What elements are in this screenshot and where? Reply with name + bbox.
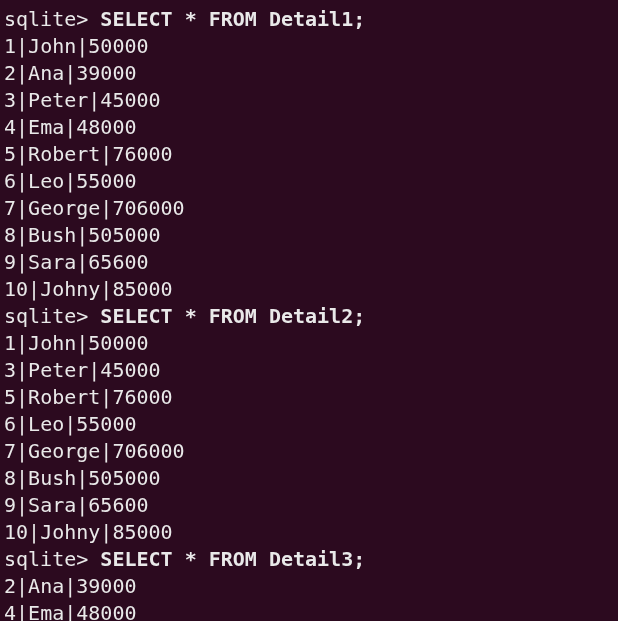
row-value: 65600 xyxy=(88,250,148,274)
row-id: 7 xyxy=(4,196,16,220)
row-name: Bush xyxy=(28,466,76,490)
row-id: 1 xyxy=(4,34,16,58)
column-separator: | xyxy=(16,115,28,139)
column-separator: | xyxy=(100,196,112,220)
row-id: 3 xyxy=(4,358,16,382)
result-row: 5|Robert|76000 xyxy=(4,141,610,168)
column-separator: | xyxy=(76,331,88,355)
result-row: 1|John|50000 xyxy=(4,330,610,357)
column-separator: | xyxy=(100,277,112,301)
row-name: Bush xyxy=(28,223,76,247)
row-value: 39000 xyxy=(76,61,136,85)
column-separator: | xyxy=(64,601,76,621)
sqlite-prompt: sqlite> xyxy=(4,304,88,328)
result-row: 4|Ema|48000 xyxy=(4,600,610,621)
row-value: 45000 xyxy=(100,358,160,382)
column-separator: | xyxy=(64,115,76,139)
row-id: 6 xyxy=(4,169,16,193)
result-row: 8|Bush|505000 xyxy=(4,222,610,249)
sqlite-prompt: sqlite> xyxy=(4,7,88,31)
row-name: Ema xyxy=(28,601,64,621)
row-name: Leo xyxy=(28,169,64,193)
row-name: Peter xyxy=(28,88,88,112)
row-value: 50000 xyxy=(88,34,148,58)
row-value: 85000 xyxy=(112,520,172,544)
row-value: 55000 xyxy=(76,169,136,193)
column-separator: | xyxy=(100,142,112,166)
sql-command: SELECT * FROM Detail2; xyxy=(100,304,365,328)
row-name: Johny xyxy=(40,277,100,301)
row-id: 4 xyxy=(4,601,16,621)
row-id: 2 xyxy=(4,61,16,85)
column-separator: | xyxy=(16,88,28,112)
result-row: 5|Robert|76000 xyxy=(4,384,610,411)
column-separator: | xyxy=(76,223,88,247)
column-separator: | xyxy=(16,412,28,436)
row-name: Sara xyxy=(28,250,76,274)
row-id: 8 xyxy=(4,466,16,490)
row-name: Ana xyxy=(28,61,64,85)
column-separator: | xyxy=(88,358,100,382)
column-separator: | xyxy=(16,61,28,85)
row-id: 7 xyxy=(4,439,16,463)
column-separator: | xyxy=(16,34,28,58)
row-value: 45000 xyxy=(100,88,160,112)
row-name: George xyxy=(28,196,100,220)
column-separator: | xyxy=(100,520,112,544)
row-id: 10 xyxy=(4,277,28,301)
row-id: 6 xyxy=(4,412,16,436)
row-value: 706000 xyxy=(112,439,184,463)
row-id: 10 xyxy=(4,520,28,544)
row-value: 76000 xyxy=(112,385,172,409)
row-value: 505000 xyxy=(88,466,160,490)
row-value: 48000 xyxy=(76,115,136,139)
row-id: 9 xyxy=(4,250,16,274)
row-value: 706000 xyxy=(112,196,184,220)
row-name: Robert xyxy=(28,385,100,409)
column-separator: | xyxy=(16,169,28,193)
row-value: 39000 xyxy=(76,574,136,598)
prompt-line: sqlite> SELECT * FROM Detail1; xyxy=(4,6,610,33)
column-separator: | xyxy=(28,277,40,301)
result-row: 2|Ana|39000 xyxy=(4,573,610,600)
column-separator: | xyxy=(76,34,88,58)
sql-command: SELECT * FROM Detail3; xyxy=(100,547,365,571)
result-row: 6|Leo|55000 xyxy=(4,411,610,438)
row-name: Leo xyxy=(28,412,64,436)
prompt-line: sqlite> SELECT * FROM Detail3; xyxy=(4,546,610,573)
row-name: Sara xyxy=(28,493,76,517)
sqlite-prompt: sqlite> xyxy=(4,547,88,571)
column-separator: | xyxy=(16,385,28,409)
row-value: 76000 xyxy=(112,142,172,166)
column-separator: | xyxy=(16,250,28,274)
result-row: 9|Sara|65600 xyxy=(4,492,610,519)
column-separator: | xyxy=(88,88,100,112)
result-row: 6|Leo|55000 xyxy=(4,168,610,195)
row-name: Robert xyxy=(28,142,100,166)
result-row: 10|Johny|85000 xyxy=(4,276,610,303)
row-name: Johny xyxy=(40,520,100,544)
column-separator: | xyxy=(16,142,28,166)
row-name: Ana xyxy=(28,574,64,598)
column-separator: | xyxy=(16,574,28,598)
row-name: George xyxy=(28,439,100,463)
row-id: 5 xyxy=(4,142,16,166)
row-value: 65600 xyxy=(88,493,148,517)
result-row: 3|Peter|45000 xyxy=(4,87,610,114)
column-separator: | xyxy=(16,223,28,247)
result-row: 10|Johny|85000 xyxy=(4,519,610,546)
row-value: 50000 xyxy=(88,331,148,355)
column-separator: | xyxy=(16,358,28,382)
column-separator: | xyxy=(100,439,112,463)
column-separator: | xyxy=(76,493,88,517)
column-separator: | xyxy=(100,385,112,409)
result-row: 9|Sara|65600 xyxy=(4,249,610,276)
terminal[interactable]: sqlite> SELECT * FROM Detail1;1|John|500… xyxy=(0,0,618,621)
result-row: 3|Peter|45000 xyxy=(4,357,610,384)
row-name: John xyxy=(28,34,76,58)
prompt-line: sqlite> SELECT * FROM Detail2; xyxy=(4,303,610,330)
result-row: 8|Bush|505000 xyxy=(4,465,610,492)
row-value: 85000 xyxy=(112,277,172,301)
row-name: Peter xyxy=(28,358,88,382)
row-name: John xyxy=(28,331,76,355)
